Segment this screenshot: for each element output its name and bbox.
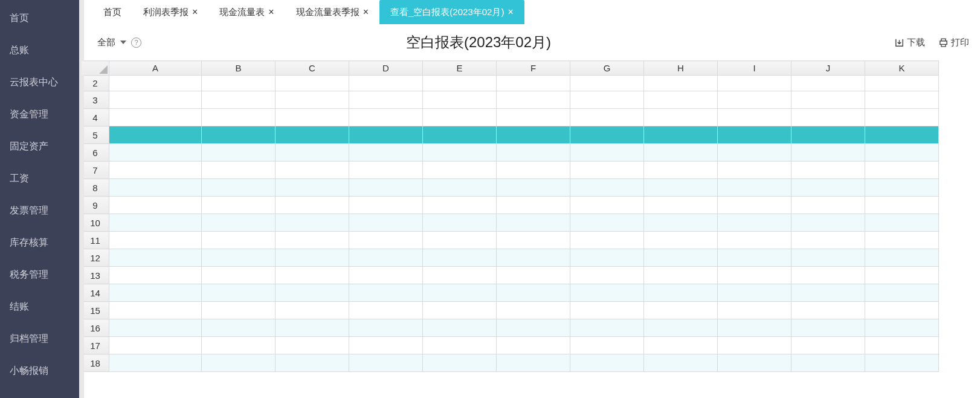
cell-F3[interactable] <box>497 91 570 109</box>
cell-D6[interactable] <box>349 144 423 161</box>
cell-I2[interactable] <box>718 76 791 91</box>
cell-G8[interactable] <box>570 179 644 197</box>
cell-H12[interactable] <box>644 249 718 267</box>
cell-H13[interactable] <box>644 267 718 284</box>
cell-B8[interactable] <box>202 179 276 197</box>
cell-F15[interactable] <box>497 302 570 319</box>
cell-A3[interactable] <box>109 91 202 109</box>
cell-H17[interactable] <box>644 337 718 354</box>
cell-F2[interactable] <box>497 76 570 91</box>
cell-D2[interactable] <box>349 76 423 91</box>
cell-E8[interactable] <box>423 179 497 197</box>
cell-J12[interactable] <box>791 249 865 267</box>
cell-A14[interactable] <box>109 284 202 302</box>
cell-J7[interactable] <box>791 161 865 179</box>
column-header-C[interactable]: C <box>276 61 349 76</box>
cell-A18[interactable] <box>109 354 202 372</box>
row-header-14[interactable]: 14 <box>82 284 109 302</box>
row-header-9[interactable]: 9 <box>82 197 109 214</box>
cell-A6[interactable] <box>109 144 202 161</box>
cell-I3[interactable] <box>718 91 791 109</box>
cell-E17[interactable] <box>423 337 497 354</box>
cell-E11[interactable] <box>423 232 497 249</box>
cell-D16[interactable] <box>349 319 423 337</box>
cell-B4[interactable] <box>202 109 276 126</box>
sidebar-item-home[interactable]: 首页 <box>0 2 79 34</box>
cell-D3[interactable] <box>349 91 423 109</box>
cell-H6[interactable] <box>644 144 718 161</box>
cell-H5[interactable] <box>644 126 718 144</box>
cell-D5[interactable] <box>349 126 423 144</box>
cell-G13[interactable] <box>570 267 644 284</box>
cell-H2[interactable] <box>644 76 718 91</box>
cell-C13[interactable] <box>276 267 349 284</box>
cell-C7[interactable] <box>276 161 349 179</box>
spreadsheet[interactable]: ABCDEFGHIJK23456789101112131415161718 <box>79 60 980 398</box>
cell-G10[interactable] <box>570 214 644 232</box>
sidebar-item-ledger[interactable]: 总账 <box>0 34 79 67</box>
cell-C12[interactable] <box>276 249 349 267</box>
cell-I16[interactable] <box>718 319 791 337</box>
sidebar-item-fixed-assets[interactable]: 固定资产 <box>0 131 79 163</box>
cell-B5[interactable] <box>202 126 276 144</box>
sidebar-item-invoice[interactable]: 发票管理 <box>0 195 79 227</box>
cell-F6[interactable] <box>497 144 570 161</box>
cell-A9[interactable] <box>109 197 202 214</box>
cell-F13[interactable] <box>497 267 570 284</box>
row-header-2[interactable]: 2 <box>82 76 109 91</box>
cell-B9[interactable] <box>202 197 276 214</box>
cell-K5[interactable] <box>865 126 939 144</box>
close-icon[interactable]: × <box>192 7 198 17</box>
row-header-3[interactable]: 3 <box>82 91 109 109</box>
cell-G7[interactable] <box>570 161 644 179</box>
download-button[interactable]: 下载 <box>894 37 925 48</box>
cell-I4[interactable] <box>718 109 791 126</box>
cell-E7[interactable] <box>423 161 497 179</box>
sidebar-item-archive[interactable]: 归档管理 <box>0 323 79 355</box>
column-header-G[interactable]: G <box>570 61 644 76</box>
cell-H14[interactable] <box>644 284 718 302</box>
cell-D10[interactable] <box>349 214 423 232</box>
cell-D15[interactable] <box>349 302 423 319</box>
column-header-A[interactable]: A <box>109 61 202 76</box>
cell-C16[interactable] <box>276 319 349 337</box>
cell-B17[interactable] <box>202 337 276 354</box>
cell-C9[interactable] <box>276 197 349 214</box>
column-header-F[interactable]: F <box>497 61 570 76</box>
cell-J14[interactable] <box>791 284 865 302</box>
cell-I13[interactable] <box>718 267 791 284</box>
cell-D12[interactable] <box>349 249 423 267</box>
tab-0[interactable]: 首页 <box>92 0 132 24</box>
cell-J10[interactable] <box>791 214 865 232</box>
cell-H11[interactable] <box>644 232 718 249</box>
cell-J4[interactable] <box>791 109 865 126</box>
row-header-4[interactable]: 4 <box>82 109 109 126</box>
cell-K10[interactable] <box>865 214 939 232</box>
sidebar-item-close-books[interactable]: 结账 <box>0 291 79 323</box>
cell-I11[interactable] <box>718 232 791 249</box>
help-icon[interactable]: ? <box>131 38 141 48</box>
cell-E16[interactable] <box>423 319 497 337</box>
cell-D11[interactable] <box>349 232 423 249</box>
cell-H15[interactable] <box>644 302 718 319</box>
column-header-I[interactable]: I <box>718 61 791 76</box>
column-header-B[interactable]: B <box>202 61 276 76</box>
cell-G12[interactable] <box>570 249 644 267</box>
cell-G14[interactable] <box>570 284 644 302</box>
cell-H10[interactable] <box>644 214 718 232</box>
column-header-E[interactable]: E <box>423 61 497 76</box>
cell-B14[interactable] <box>202 284 276 302</box>
cell-B11[interactable] <box>202 232 276 249</box>
cell-C14[interactable] <box>276 284 349 302</box>
cell-G15[interactable] <box>570 302 644 319</box>
cell-D14[interactable] <box>349 284 423 302</box>
cell-G6[interactable] <box>570 144 644 161</box>
tab-3[interactable]: 现金流量表季报× <box>285 0 379 24</box>
cell-H16[interactable] <box>644 319 718 337</box>
cell-B16[interactable] <box>202 319 276 337</box>
cell-B7[interactable] <box>202 161 276 179</box>
cell-B2[interactable] <box>202 76 276 91</box>
cell-E12[interactable] <box>423 249 497 267</box>
tab-4[interactable]: 查看_空白报表(2023年02月)× <box>379 0 524 24</box>
cell-J6[interactable] <box>791 144 865 161</box>
